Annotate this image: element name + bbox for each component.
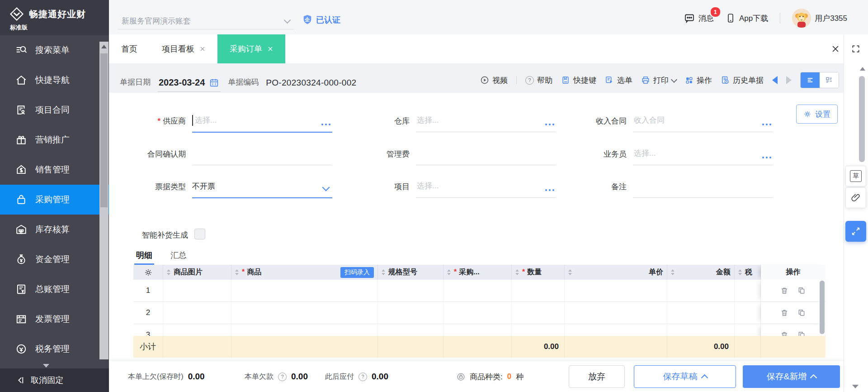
messages-button[interactable]: 消息 1 [684,13,714,24]
sidebar-item-project-contract[interactable]: 项目合同 [0,95,109,125]
sidebar-item-funds[interactable]: 资金管理 [0,244,109,274]
sort-icon[interactable] [671,269,675,275]
sidebar-item-search-menu[interactable]: 搜索菜单 [0,35,109,65]
certified-badge[interactable]: 企 已认证 [302,14,340,25]
cell-purchase[interactable] [443,280,512,301]
copy-icon[interactable] [797,331,806,336]
bill-type-select[interactable]: 不开票 [192,175,332,198]
tab-purchase-order[interactable]: 采购订单 [217,34,285,63]
sort-icon[interactable] [235,269,239,275]
page-scrollbar-thumb[interactable] [859,76,865,162]
close-icon[interactable] [200,46,205,52]
trash-icon[interactable] [780,287,788,295]
table-row[interactable]: 2 [133,302,826,324]
cell-amount[interactable] [667,280,735,301]
sidebar-item-invoice[interactable]: 发票管理 [0,304,109,334]
cell-tax[interactable] [735,324,761,336]
scroll-up-icon[interactable] [101,45,107,48]
cell-qty[interactable] [512,324,565,336]
scan-entry-badge[interactable]: 扫码录入 [340,267,374,278]
ellipsis-icon[interactable] [762,124,771,125]
chevron-down-icon[interactable] [322,184,330,191]
header-tax[interactable]: 税 [735,265,761,280]
sort-icon[interactable] [515,269,519,275]
cell-amount[interactable] [667,302,735,324]
column-settings-cell[interactable] [133,265,163,280]
header-purchase-unit[interactable]: 采购... [443,265,512,280]
cell-pic[interactable] [163,280,231,301]
ellipsis-icon[interactable] [321,124,330,125]
fullscreen-icon[interactable] [851,44,860,53]
sidebar-scrollbar[interactable] [99,42,108,359]
menu-scroll-down-icon[interactable] [43,364,49,368]
cell-price[interactable] [565,280,667,301]
cell-spec[interactable] [378,302,443,324]
operations-button[interactable]: 操作 [685,75,712,86]
remark-input[interactable] [633,181,773,191]
cell-product[interactable] [231,280,378,301]
cell-price[interactable] [565,324,667,336]
history-button[interactable]: 历史单据 [721,75,764,86]
sidebar-item-sales[interactable]: 销售管理 [0,155,109,185]
sidebar-item-purchase[interactable]: 采购管理 [0,185,109,215]
account-select[interactable]: 新服务官网演示账套 [118,13,293,29]
sidebar-item-inventory[interactable]: 库存核算 [0,215,109,244]
chevron-down-icon[interactable] [671,76,677,82]
cell-qty[interactable] [512,302,565,324]
confirm-date-input[interactable] [192,148,332,158]
cell-price[interactable] [565,302,667,324]
prev-doc-icon[interactable] [772,76,778,84]
avatar[interactable] [792,9,811,28]
project-input[interactable] [416,181,556,191]
income-contract-input[interactable] [633,115,773,125]
expand-panel-button[interactable] [845,221,866,242]
pick-button[interactable]: 选单 [605,75,632,86]
table-row[interactable]: 3 [133,324,826,336]
header-product[interactable]: 商品 扫码录入 [231,265,378,280]
cell-product[interactable] [231,324,378,336]
sort-icon[interactable] [447,269,451,275]
cell-pic[interactable] [163,324,231,336]
next-doc-icon[interactable] [786,76,792,84]
trash-icon[interactable] [780,331,788,336]
table-row[interactable]: 1 [133,280,826,302]
calendar-icon[interactable] [209,78,219,87]
header-product-pic[interactable]: 商品图片 [163,265,231,280]
sidebar-item-marketing[interactable]: 营销推广 [0,125,109,155]
cell-tax[interactable] [735,280,761,301]
unpin-button[interactable]: 取消固定 [0,368,124,392]
header-amount[interactable]: 金额 [667,265,735,280]
help-icon[interactable] [278,373,287,381]
cell-qty[interactable] [512,280,565,301]
sort-icon[interactable] [167,269,170,275]
grid-scrollbar-thumb[interactable] [820,281,825,334]
app-download-button[interactable]: App下载 [726,13,768,24]
attachment-button[interactable] [845,187,866,208]
salesman-input[interactable] [633,148,773,158]
cell-tax[interactable] [735,302,761,324]
cell-pic[interactable] [163,302,231,324]
smart-replenish-checkbox[interactable] [194,229,205,239]
user-menu[interactable]: 用户3355 [792,9,847,28]
header-spec[interactable]: 规格型号 [378,265,443,280]
sort-icon[interactable] [738,269,742,275]
close-icon[interactable] [268,46,273,52]
sort-icon[interactable] [382,269,385,275]
cell-purchase[interactable] [443,324,512,336]
hotkey-button[interactable]: 快捷键 [561,75,596,86]
copy-icon[interactable] [797,287,806,295]
scroll-down-icon[interactable] [852,385,859,388]
sidebar-item-ledger[interactable]: 总账管理 [0,274,109,304]
close-page-button[interactable] [831,44,840,53]
sidebar-item-tax[interactable]: 税务管理 [0,334,109,364]
help-button[interactable]: 帮助 [525,75,552,86]
cell-purchase[interactable] [443,302,512,324]
sort-icon[interactable] [568,269,572,275]
tab-project-board[interactable]: 项目看板 [150,34,217,63]
header-qty[interactable]: 数量 [512,265,565,280]
supplier-input[interactable] [194,115,332,125]
sidebar-item-quick-nav[interactable]: 快捷导航 [0,65,109,95]
mgmt-fee-input[interactable] [416,148,556,158]
warehouse-input[interactable] [416,115,556,125]
cell-spec[interactable] [378,324,443,336]
